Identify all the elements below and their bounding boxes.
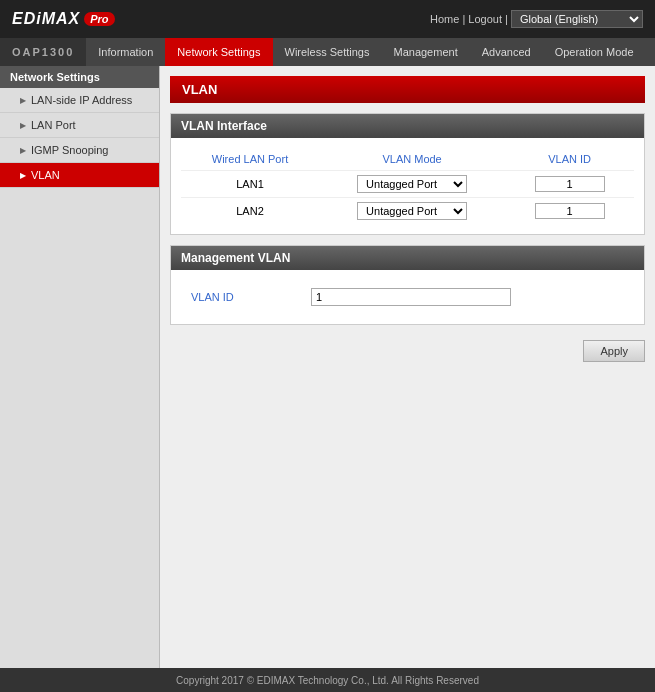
vlan-interface-content: Wired LAN Port VLAN Mode VLAN ID LAN1 Un… [171, 138, 644, 234]
home-link[interactable]: Home [430, 13, 459, 25]
footer-text: Copyright 2017 © EDIMAX Technology Co., … [176, 675, 479, 686]
footer: Copyright 2017 © EDIMAX Technology Co., … [0, 668, 655, 692]
management-vlan-section: Management VLAN VLAN ID [170, 245, 645, 325]
lan2-mode-cell: Untagged Port Tagged Port Not Member [319, 198, 505, 225]
lan2-mode-select[interactable]: Untagged Port Tagged Port Not Member [357, 202, 467, 220]
vlan-table: Wired LAN Port VLAN Mode VLAN ID LAN1 Un… [181, 148, 634, 224]
page-title: VLAN [170, 76, 645, 103]
nav-information[interactable]: Information [86, 38, 165, 66]
main-container: Network Settings LAN-side IP Address LAN… [0, 66, 655, 668]
apply-button[interactable]: Apply [583, 340, 645, 362]
mgmt-vlan-label: VLAN ID [191, 291, 311, 303]
lan2-vlanid-input[interactable] [535, 203, 605, 219]
mgmt-vlan-input[interactable] [311, 288, 511, 306]
lan2-vlanid-cell [505, 198, 634, 225]
sidebar-item-lan-ip[interactable]: LAN-side IP Address [0, 88, 159, 113]
table-row: LAN1 Untagged Port Tagged Port Not Membe… [181, 171, 634, 198]
content: VLAN VLAN Interface Wired LAN Port VLAN … [160, 66, 655, 668]
management-vlan-header: Management VLAN [171, 246, 644, 270]
nav-network-settings[interactable]: Network Settings [165, 38, 272, 66]
lan2-label: LAN2 [181, 198, 319, 225]
lan1-vlanid-cell [505, 171, 634, 198]
vlan-interface-section: VLAN Interface Wired LAN Port VLAN Mode … [170, 113, 645, 235]
logo-pro: Pro [84, 12, 114, 26]
table-row: LAN2 Untagged Port Tagged Port Not Membe… [181, 198, 634, 225]
logo: EDiMAX Pro [12, 10, 115, 28]
col-vlan-mode: VLAN Mode [319, 148, 505, 171]
nav-items: Information Network Settings Wireless Se… [86, 38, 645, 66]
header-links: Home | Logout | Global (English) Chinese… [430, 10, 643, 28]
nav-management[interactable]: Management [381, 38, 469, 66]
mgmt-vlan-row: VLAN ID [181, 280, 634, 314]
nav-wireless-settings[interactable]: Wireless Settings [273, 38, 382, 66]
sidebar-item-lan-port[interactable]: LAN Port [0, 113, 159, 138]
sidebar-item-vlan[interactable]: VLAN [0, 163, 159, 188]
navbar: OAP1300 Information Network Settings Wir… [0, 38, 655, 66]
vlan-interface-header: VLAN Interface [171, 114, 644, 138]
sidebar-item-igmp[interactable]: IGMP Snooping [0, 138, 159, 163]
lan1-mode-cell: Untagged Port Tagged Port Not Member [319, 171, 505, 198]
col-wired-lan-port: Wired LAN Port [181, 148, 319, 171]
nav-advanced[interactable]: Advanced [470, 38, 543, 66]
lan1-label: LAN1 [181, 171, 319, 198]
management-vlan-content: VLAN ID [171, 270, 644, 324]
nav-operation-mode[interactable]: Operation Mode [543, 38, 646, 66]
logout-link[interactable]: Logout [468, 13, 502, 25]
navbar-brand: OAP1300 [0, 38, 86, 66]
lan1-mode-select[interactable]: Untagged Port Tagged Port Not Member [357, 175, 467, 193]
language-select[interactable]: Global (English) Chinese (Traditional) C… [511, 10, 643, 28]
logo-text: EDiMAX [12, 10, 80, 28]
lan1-vlanid-input[interactable] [535, 176, 605, 192]
sidebar: Network Settings LAN-side IP Address LAN… [0, 66, 160, 668]
col-vlan-id: VLAN ID [505, 148, 634, 171]
apply-row: Apply [170, 335, 645, 367]
header: EDiMAX Pro Home | Logout | Global (Engli… [0, 0, 655, 38]
sidebar-title: Network Settings [0, 66, 159, 88]
